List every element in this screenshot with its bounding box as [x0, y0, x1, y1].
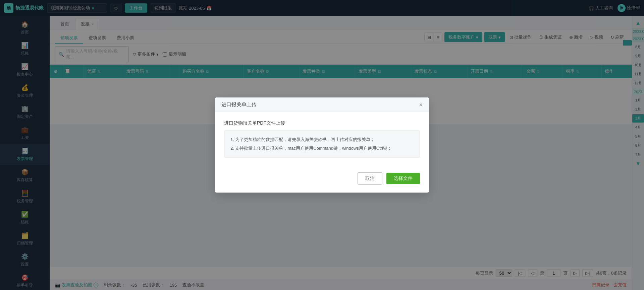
dialog-info-box: 1. 为了更加精准的数据匹配，请先录入海关缴款书，再上传对应的报关单； 2. 支… — [224, 130, 420, 158]
dialog-info-item-2: 2. 支持批量上传进口报关单，mac用户使用Command键，windows用户… — [230, 144, 414, 153]
import-dialog: 进口报关单上传 × 进口货物报关单PDF文件上传 1. 为了更加精准的数据匹配，… — [215, 97, 429, 193]
dialog-select-file-btn[interactable]: 选择文件 — [386, 173, 420, 184]
dialog-header: 进口报关单上传 × — [215, 97, 429, 112]
modal-overlay[interactable]: 进口报关单上传 × 进口货物报关单PDF文件上传 1. 为了更加精准的数据匹配，… — [0, 0, 644, 290]
dialog-body: 进口货物报关单PDF文件上传 1. 为了更加精准的数据匹配，请先录入海关缴款书，… — [215, 112, 429, 172]
dialog-info-item-1: 1. 为了更加精准的数据匹配，请先录入海关缴款书，再上传对应的报关单； — [230, 135, 414, 144]
dialog-section-title: 进口货物报关单PDF文件上传 — [224, 120, 420, 126]
dialog-cancel-btn[interactable]: 取消 — [358, 172, 382, 185]
dialog-close-btn[interactable]: × — [419, 102, 423, 108]
dialog-title: 进口报关单上传 — [221, 101, 257, 108]
dialog-footer: 取消 选择文件 — [215, 172, 429, 193]
